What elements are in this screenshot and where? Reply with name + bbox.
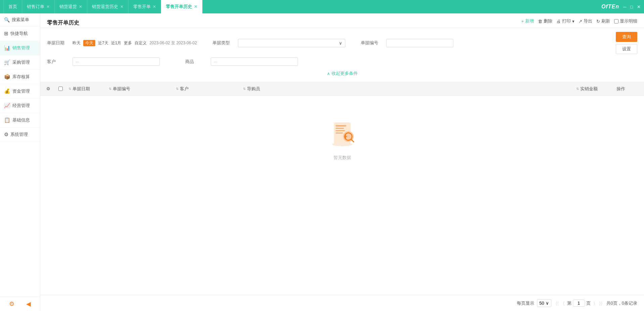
collapse-sidebar-icon[interactable]: ◀ [26, 300, 31, 308]
svg-rect-5 [336, 133, 343, 134]
sidebar-item-label: 基础信息 [12, 117, 30, 123]
sidebar-item-finance[interactable]: 💰 资金管理 [0, 84, 40, 99]
customer-dots: ··· [76, 59, 79, 64]
tab-sales-order[interactable]: 销售订单 ✕ [22, 0, 55, 13]
query-button[interactable]: 查询 [616, 32, 637, 42]
next-page-btn[interactable]: ⟩ [592, 300, 596, 307]
tab-home[interactable]: 首页 [3, 0, 22, 13]
table-col-date[interactable]: ⇅ 单据日期 [66, 86, 106, 92]
bill-type-select[interactable]: ∨ [238, 39, 345, 47]
table-setting-icon[interactable]: ⚙ [46, 86, 50, 91]
sidebar-item-label: 快捷导航 [10, 31, 28, 37]
close-btn[interactable]: ✕ [637, 4, 641, 9]
date-opt-today[interactable]: 今天 [83, 40, 95, 46]
sidebar-item-basic-info[interactable]: 📋 基础信息 [0, 113, 40, 127]
close-tab-sales-return[interactable]: ✕ [79, 4, 82, 9]
goods-input[interactable]: ··· [211, 57, 298, 66]
filter-row-2: 客户 ··· 商品 ··· [47, 57, 637, 66]
close-tab-retail-open[interactable]: ✕ [153, 4, 156, 9]
table-col-action: 操作 [614, 86, 641, 92]
customer-input[interactable]: ··· [72, 57, 160, 66]
date-opt-last7[interactable]: 近7天 [98, 40, 108, 46]
date-opt-yesterday[interactable]: 昨天 [72, 40, 81, 46]
date-opt-more[interactable]: 更多 [124, 40, 132, 46]
bill-type-label: 单据类型 [212, 40, 233, 46]
collapse-label: 收起更多条件 [332, 70, 358, 76]
per-page-select[interactable]: 50 ∨ [537, 299, 551, 307]
prev-page-btn[interactable]: ⟨ [561, 300, 566, 307]
table-col-guide[interactable]: ⇅ 导购员 [240, 86, 274, 92]
settings-icon[interactable]: ⚙ [9, 300, 14, 308]
refresh-button[interactable]: ↻ 刷新 [596, 18, 610, 24]
last-page-btn[interactable]: ⟩⟩ [598, 300, 604, 307]
content-area: 零售开单历史 + 新增 🗑 删除 🖨 打印 ▾ ↗ 导出 [40, 13, 644, 311]
sidebar-item-quick-nav[interactable]: ⊞ 快捷导航 [0, 27, 40, 41]
add-button[interactable]: + 新增 [521, 18, 534, 24]
sidebar-item-sales-mgmt[interactable]: 📊 销售管理 [0, 41, 40, 55]
tab-sales-return-history[interactable]: 销货退货历史 ✕ [87, 0, 129, 13]
close-tab-sales-order[interactable]: ✕ [46, 4, 50, 9]
date-opt-custom[interactable]: 自定义 [135, 40, 147, 46]
export-button[interactable]: ↗ 导出 [579, 18, 592, 24]
first-page-btn[interactable]: ⟨⟨ [554, 300, 560, 307]
bill-no-label: 单据编号 [361, 40, 381, 46]
collapse-filter-btn[interactable]: ∧ 收起更多条件 [47, 69, 637, 78]
empty-illustration [326, 116, 359, 149]
search-icon: 🔍 [4, 17, 10, 22]
date-options: 昨天 今天 近7天 近1月 更多 自定义 2023-06-02 至 2023-0… [72, 40, 197, 46]
tab-list: 首页 销售订单 ✕ 销货退货 ✕ 销货退货历史 ✕ 零售开单 ✕ 零售开单历史 … [3, 0, 601, 13]
date-opt-last1m[interactable]: 近1月 [111, 40, 121, 46]
per-page-value: 50 [539, 301, 544, 306]
bill-no-input[interactable] [386, 39, 453, 47]
sidebar-search[interactable]: 🔍 搜索菜单 [0, 13, 40, 27]
table-col-check[interactable] [56, 87, 66, 91]
table-col-amount[interactable]: ⇅ 实销金额 [574, 86, 614, 92]
show-detail-checkbox[interactable] [614, 19, 618, 23]
main-layout: 🔍 搜索菜单 ⊞ 快捷导航 📊 销售管理 🛒 采购管理 📦 库存核算 💰 资金管… [0, 13, 644, 311]
sidebar-item-purchase-mgmt[interactable]: 🛒 采购管理 [0, 55, 40, 70]
sidebar-item-label: 销售管理 [12, 45, 30, 51]
quick-nav-icon: ⊞ [4, 31, 8, 37]
close-tab-sales-return-history[interactable]: ✕ [120, 4, 123, 9]
table-col-setting[interactable]: ⚙ [44, 86, 56, 91]
print-button[interactable]: 🖨 打印 ▾ [556, 18, 575, 24]
show-detail-checkbox-label[interactable]: 显示明细 [614, 18, 637, 24]
add-label: 新增 [525, 18, 534, 24]
col-guide-label: 导购员 [247, 86, 260, 92]
tab-retail-open[interactable]: 零售开单 ✕ [129, 0, 161, 13]
date-range-display: 2023-06-02 至 2023-06-02 [149, 40, 197, 46]
close-tab-retail-open-history[interactable]: ✕ [194, 4, 197, 9]
page-header: 零售开单历史 + 新增 🗑 删除 🖨 打印 ▾ ↗ 导出 [40, 13, 644, 28]
goods-label: 商品 [185, 59, 205, 65]
sidebar-item-inventory[interactable]: 📦 库存核算 [0, 70, 40, 84]
col-action-label: 操作 [616, 86, 625, 92]
maximize-btn[interactable]: □ [630, 4, 633, 9]
sidebar-item-label: 采购管理 [12, 59, 30, 65]
goods-dots: ··· [214, 59, 217, 64]
setting-button[interactable]: 设置 [616, 44, 637, 54]
sidebar-item-label: 库存核算 [12, 74, 30, 80]
delete-button[interactable]: 🗑 删除 [538, 18, 552, 24]
tab-retail-open-history[interactable]: 零售开单历史 ✕ [161, 0, 202, 13]
tab-sales-return[interactable]: 销货退货 ✕ [55, 0, 87, 13]
sidebar-item-operations[interactable]: 📈 经营管理 [0, 99, 40, 113]
topnav-right: OfTEn ─ □ ✕ [601, 4, 641, 10]
sidebar-bottom: ⚙ ◀ [0, 297, 40, 311]
sales-mgmt-icon: 📊 [4, 45, 10, 51]
refresh-label: 刷新 [601, 18, 610, 24]
export-label: 导出 [584, 18, 592, 24]
page-input[interactable] [573, 300, 585, 307]
refresh-icon: ↻ [596, 19, 600, 24]
table-col-customer[interactable]: ⇅ 客户 [173, 86, 240, 92]
svg-rect-3 [336, 128, 344, 129]
print-icon: 🖨 [556, 19, 561, 24]
sidebar-item-system-mgmt[interactable]: ⚙ 系统管理 [0, 127, 40, 142]
minimize-btn[interactable]: ─ [623, 4, 626, 9]
date-filter-label: 单据日期 [47, 40, 67, 46]
page-suffix: 页 [586, 300, 591, 306]
empty-text: 暂无数据 [334, 155, 351, 161]
select-all-checkbox[interactable] [58, 87, 63, 91]
sidebar-item-label: 资金管理 [12, 88, 30, 94]
operations-icon: 📈 [4, 103, 10, 109]
table-col-billno[interactable]: ⇅ 单据编号 [106, 86, 173, 92]
